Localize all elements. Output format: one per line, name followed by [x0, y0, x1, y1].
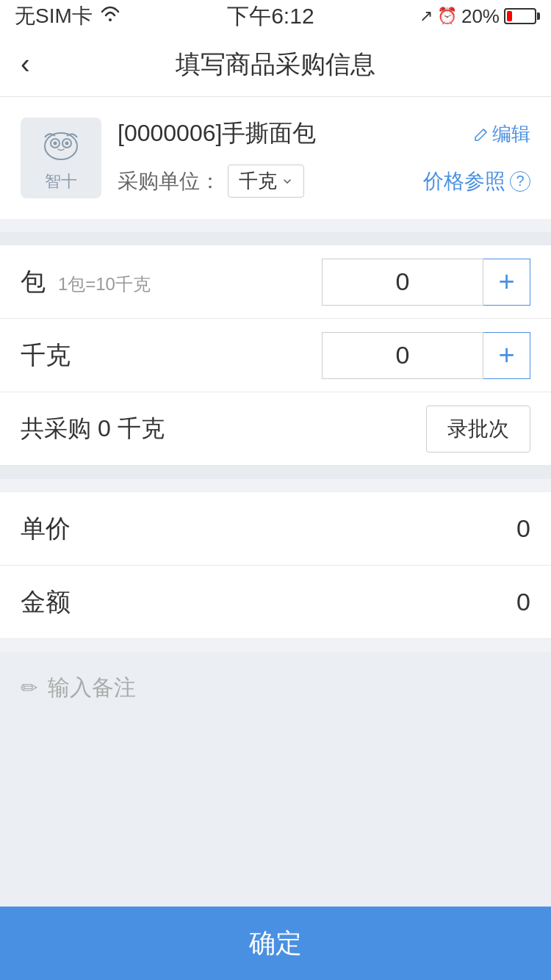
product-info: [0000006]手撕面包 编辑 采购单位： 千克 价格 [118, 118, 530, 198]
status-right: ↗ ⏰ 20% [419, 5, 536, 28]
svg-point-1 [45, 133, 77, 159]
package-plus-button[interactable]: + [483, 259, 530, 306]
page-title: 填写商品采购信息 [176, 48, 375, 82]
battery-percent: 20% [461, 5, 500, 28]
product-thumb-text: 智十 [45, 170, 77, 192]
amount-row: 金额 0 [0, 566, 551, 639]
kg-input-control: + [322, 332, 530, 379]
package-input-control: + [322, 259, 530, 306]
package-input-row: 包 1包=10千克 + [0, 245, 551, 319]
divider-1 [0, 232, 551, 245]
product-unit-row: 采购单位： 千克 价格参照 ? [118, 165, 530, 198]
nav-bar: ‹ 填写商品采购信息 [0, 32, 551, 97]
kg-label: 千克 [21, 341, 71, 369]
price-value: 0 [516, 514, 530, 543]
back-button[interactable]: ‹ [21, 48, 30, 80]
kg-plus-button[interactable]: + [483, 332, 530, 379]
batch-button[interactable]: 录批次 [426, 406, 530, 453]
svg-point-5 [65, 141, 69, 145]
input-section: 包 1包=10千克 + 千克 + [0, 245, 551, 392]
kg-qty-input[interactable] [322, 332, 483, 379]
unit-label: 采购单位： [118, 167, 220, 195]
summary-text: 共采购 0 千克 [21, 413, 165, 445]
alarm-icon: ⏰ [437, 7, 457, 26]
status-bar: 无SIM卡 下午6:12 ↗ ⏰ 20% [0, 0, 551, 32]
product-name: [0000006]手撕面包 [118, 118, 316, 150]
confirm-button[interactable]: 确定 [0, 907, 551, 980]
status-time: 下午6:12 [227, 1, 314, 32]
divider-2 [0, 466, 551, 479]
battery-icon [504, 8, 536, 24]
notes-pencil-icon: ✏ [21, 676, 37, 700]
product-name-row: [0000006]手撕面包 编辑 [118, 118, 530, 150]
notes-section[interactable]: ✏ 输入备注 [0, 652, 551, 724]
price-row: 单价 0 [0, 492, 551, 566]
amount-label: 金额 [21, 586, 71, 619]
status-left: 无SIM卡 [15, 2, 122, 30]
product-owl-icon [39, 124, 83, 167]
package-sublabel: 1包=10千克 [58, 274, 151, 294]
price-ref-button[interactable]: 价格参照 ? [423, 167, 530, 195]
price-amount-section: 单价 0 金额 0 [0, 492, 551, 639]
product-thumbnail: 智十 [21, 118, 101, 198]
package-label-group: 包 1包=10千克 [21, 265, 151, 299]
location-icon: ↗ [419, 7, 433, 26]
carrier-text: 无SIM卡 [15, 2, 93, 30]
unit-dropdown[interactable]: 千克 [228, 165, 304, 198]
amount-value: 0 [516, 588, 530, 616]
svg-point-0 [109, 18, 112, 21]
wifi-icon [98, 4, 122, 28]
notes-placeholder: 输入备注 [48, 673, 136, 703]
price-label: 单价 [21, 512, 71, 546]
package-label: 包 [21, 267, 46, 295]
kg-label-group: 千克 [21, 339, 71, 372]
product-card: 智十 [0000006]手撕面包 编辑 采购单位： 千克 [0, 97, 551, 219]
edit-button[interactable]: 编辑 [473, 121, 530, 147]
svg-point-4 [54, 141, 57, 145]
help-icon: ? [510, 171, 530, 192]
package-qty-input[interactable] [322, 259, 483, 306]
kg-input-row: 千克 + [0, 319, 551, 392]
unit-selector-group: 采购单位： 千克 [118, 165, 304, 198]
summary-row: 共采购 0 千克 录批次 [0, 392, 551, 466]
